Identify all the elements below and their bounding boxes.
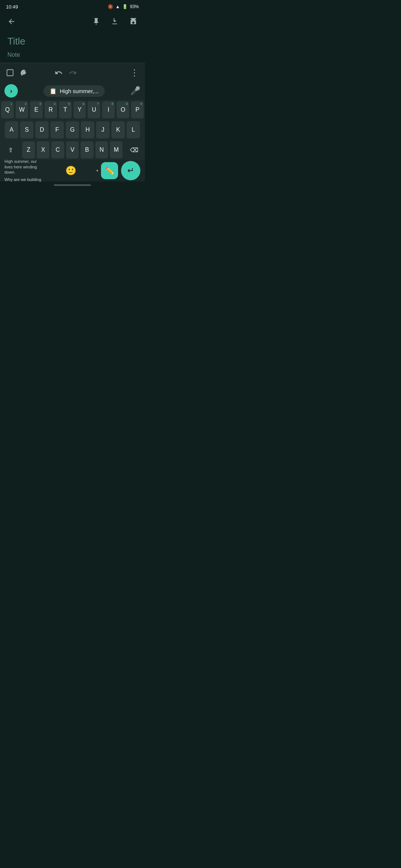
note-title[interactable]: Title [7,36,137,47]
more-button[interactable]: ⋮ [130,68,139,78]
key-n[interactable]: N [95,141,108,158]
key-k[interactable]: K [111,121,125,138]
keyboard-bottom-right: ✏️ ↵ [97,161,140,180]
key-o[interactable]: O9 [117,101,129,118]
pin-button[interactable] [91,16,102,27]
key-q[interactable]: Q1 [1,101,14,118]
status-icons: 🔕 ▲ 🔋 93% [108,4,139,9]
key-row-asdf: A S D F G H J K L [0,120,145,140]
battery-icon: 🔋 [122,4,128,9]
keyboard-bottom-center: 🙂 [65,165,76,176]
key-i[interactable]: I8 [102,101,115,118]
emoji-button[interactable]: 🙂 [65,165,76,176]
key-w[interactable]: W2 [16,101,28,118]
suggestion-bar: › 📋 High summer,... 🎤 [0,82,145,100]
palette-button[interactable] [20,69,28,77]
key-x[interactable]: X [37,141,49,158]
enter-key[interactable]: ↵ [121,161,140,180]
toolbar-right [91,16,139,27]
delete-key[interactable]: ⌫ [124,141,144,158]
redo-button[interactable] [69,69,77,77]
key-p[interactable]: P0 [131,101,144,118]
reminder-button[interactable] [109,16,120,27]
archive-button[interactable] [128,16,139,27]
note-body[interactable]: Note [7,52,137,58]
editor-toolbar: ⋮ [0,63,145,82]
home-indicator [0,181,145,189]
key-d[interactable]: D [35,121,49,138]
key-c[interactable]: C [51,141,64,158]
key-a[interactable]: A [5,121,18,138]
keyboard: Q1 W2 E3 R4 T5 Y6 U7 I8 O9 P0 A S D F G … [0,100,145,181]
editor-toolbar-left [6,69,28,77]
status-time: 10:49 [6,4,18,10]
back-button[interactable] [6,16,17,27]
key-r[interactable]: R4 [45,101,57,118]
key-y[interactable]: Y6 [74,101,86,118]
key-l[interactable]: L [127,121,140,138]
status-bar: 10:49 🔕 ▲ 🔋 93% [0,0,145,12]
undo-button[interactable] [55,69,63,77]
mute-icon: 🔕 [108,4,113,9]
clipboard-icon: 📋 [49,88,57,95]
key-h[interactable]: H [81,121,94,138]
key-z[interactable]: Z [22,141,35,158]
mic-button[interactable]: 🎤 [130,86,140,96]
key-t[interactable]: T5 [59,101,72,118]
toolbar-left [6,16,17,27]
svg-rect-0 [7,69,13,76]
home-bar [54,184,91,186]
key-row-zxcv: ⇧ Z X C V B N M ⌫ [0,140,145,160]
editor-toolbar-right: ⋮ [130,68,139,78]
editor-toolbar-center [55,69,77,77]
key-u[interactable]: U7 [88,101,100,118]
add-button[interactable] [6,69,14,77]
suggestion-2: Why are we building [4,177,45,182]
keyboard-bottom-bar: High summer, our lives here winding down… [0,160,145,181]
key-s[interactable]: S [20,121,33,138]
key-m[interactable]: M [110,141,123,158]
shift-key[interactable]: ⇧ [1,141,20,158]
suggestion-1: High summer, our lives here winding down… [4,159,45,175]
suggestion-arrow-button[interactable]: › [4,84,18,98]
key-g[interactable]: G [66,121,79,138]
key-b[interactable]: B [81,141,93,158]
key-row-numbers: Q1 W2 E3 R4 T5 Y6 U7 I8 O9 P0 [0,100,145,120]
wifi-icon: ▲ [115,4,120,9]
top-toolbar [0,12,145,31]
period-button[interactable] [97,170,98,171]
note-area[interactable]: Title Note [0,31,145,63]
pencil-button[interactable]: ✏️ [101,162,118,179]
suggestion-pill[interactable]: 📋 High summer,... [43,85,105,97]
key-j[interactable]: J [96,121,110,138]
key-e[interactable]: E3 [30,101,43,118]
suggestion-text: High summer,... [60,88,99,94]
key-f[interactable]: F [50,121,64,138]
keyboard-suggestion-left[interactable]: High summer, our lives here winding down… [4,159,45,182]
key-v[interactable]: V [66,141,79,158]
battery-percent: 93% [130,4,139,9]
